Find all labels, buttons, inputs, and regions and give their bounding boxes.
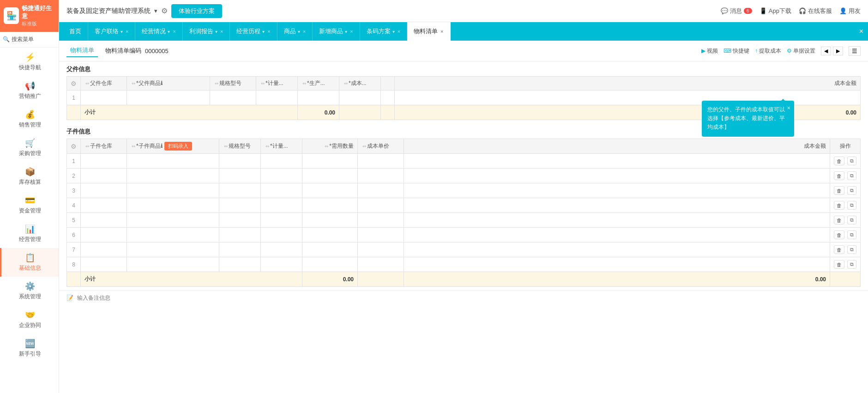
copy-row-btn[interactable]: ⧉: [847, 186, 856, 195]
delete-row-btn[interactable]: 🗑: [834, 157, 844, 165]
child-spec-cell[interactable]: [219, 154, 261, 169]
child-warehouse-cell[interactable]: [81, 198, 127, 213]
tab-new-goods[interactable]: 新增商品 ▾ ×: [313, 22, 360, 41]
tab-bom[interactable]: 物料清单 ×: [407, 22, 450, 41]
delete-row-btn[interactable]: 🗑: [834, 171, 844, 180]
delete-row-btn[interactable]: 🗑: [834, 245, 844, 254]
note-input[interactable]: [77, 295, 262, 301]
sidebar-item-collab[interactable]: 🤝 企业协同: [0, 305, 59, 334]
extract-cost-btn[interactable]: ↑ 提取成本: [755, 47, 781, 55]
child-qty-cell[interactable]: [302, 213, 358, 228]
parent-spec-cell[interactable]: [210, 91, 256, 105]
topbar-dropdown[interactable]: ▾: [154, 7, 157, 14]
child-product-cell[interactable]: [127, 198, 219, 213]
child-qty-cell[interactable]: [302, 183, 358, 198]
sidebar-item-basic[interactable]: 📋 基础信息: [0, 248, 59, 277]
child-cost-amount-cell[interactable]: [404, 228, 830, 242]
child-cost-unit-cell[interactable]: [358, 169, 404, 183]
parent-unit-cell[interactable]: [256, 91, 298, 105]
child-spec-cell[interactable]: [219, 169, 261, 183]
sidebar-item-finance[interactable]: 💳 资金管理: [0, 191, 59, 219]
child-unit-cell[interactable]: [261, 213, 302, 228]
close-icon[interactable]: ×: [303, 29, 306, 34]
close-icon[interactable]: ×: [220, 29, 223, 34]
message-btn[interactable]: 💬 消息 6: [721, 7, 752, 15]
sidebar-item-quicknav[interactable]: ⚡ 快捷导航: [0, 48, 59, 76]
close-icon[interactable]: ×: [267, 29, 270, 34]
close-icon[interactable]: ×: [350, 29, 353, 34]
child-cost-unit-cell[interactable]: [358, 198, 404, 213]
child-qty-cell[interactable]: [302, 169, 358, 183]
parent-cost-cell[interactable]: [339, 91, 381, 105]
child-cost-amount-cell[interactable]: [404, 242, 830, 257]
child-product-cell[interactable]: [127, 228, 219, 242]
tooltip-close-btn[interactable]: ×: [787, 103, 790, 113]
tab-history[interactable]: 经营历程 ▾ ×: [230, 22, 277, 41]
tab-barcode[interactable]: 条码方案 ▾ ×: [360, 22, 407, 41]
list-view-btn[interactable]: ☰: [849, 46, 861, 56]
child-qty-cell[interactable]: [302, 228, 358, 242]
child-warehouse-cell[interactable]: [81, 228, 127, 242]
child-cost-unit-cell[interactable]: [358, 228, 404, 242]
child-qty-cell[interactable]: [302, 154, 358, 169]
sidebar-item-purchase[interactable]: 🛒 采购管理: [0, 133, 59, 162]
tab-customer[interactable]: 客户联络 ▾ ×: [88, 22, 135, 41]
child-cost-amount-cell[interactable]: [404, 169, 830, 183]
child-unit-cell[interactable]: [261, 228, 302, 242]
parent-warehouse-cell[interactable]: [81, 91, 127, 105]
sidebar-item-system[interactable]: ⚙️ 系统管理: [0, 277, 59, 305]
tab-goods[interactable]: 商品 ▾ ×: [277, 22, 313, 41]
close-icon[interactable]: ×: [440, 29, 443, 34]
sidebar-item-operation[interactable]: 📊 经营管理: [0, 219, 59, 248]
child-cost-unit-cell[interactable]: [358, 213, 404, 228]
delete-row-btn[interactable]: 🗑: [834, 260, 844, 269]
child-unit-cell[interactable]: [261, 257, 302, 272]
child-cost-unit-cell[interactable]: [358, 183, 404, 198]
single-settings-btn[interactable]: ⚙ 单据设置: [787, 47, 815, 55]
child-product-cell[interactable]: [127, 257, 219, 272]
sidebar-item-guide[interactable]: 🆕 新手引导: [0, 334, 59, 363]
child-cost-unit-cell[interactable]: [358, 242, 404, 257]
child-unit-cell[interactable]: [261, 169, 302, 183]
tab-home[interactable]: 首页: [63, 22, 88, 41]
settings-col-icon[interactable]: ⚙: [71, 80, 77, 87]
child-warehouse-cell[interactable]: [81, 183, 127, 198]
child-unit-cell[interactable]: [261, 154, 302, 169]
settings-col-icon[interactable]: ⚙: [71, 143, 77, 150]
sub-tab-bom[interactable]: 物料清单: [66, 44, 98, 57]
child-cost-amount-cell[interactable]: [404, 198, 830, 213]
child-spec-cell[interactable]: [219, 183, 261, 198]
child-warehouse-cell[interactable]: [81, 257, 127, 272]
delete-row-btn[interactable]: 🗑: [834, 216, 844, 224]
child-spec-cell[interactable]: [219, 257, 261, 272]
delete-row-btn[interactable]: 🗑: [834, 201, 844, 210]
child-unit-cell[interactable]: [261, 183, 302, 198]
trial-btn[interactable]: 体验行业方案: [171, 4, 222, 18]
scan-btn[interactable]: 扫码录入: [164, 142, 192, 151]
parent-produce-cell[interactable]: [298, 91, 339, 105]
sidebar-item-sales[interactable]: 💰 销售管理: [0, 105, 59, 133]
child-product-cell[interactable]: [127, 169, 219, 183]
child-spec-cell[interactable]: [219, 198, 261, 213]
tab-operation-status[interactable]: 经营情况 ▾ ×: [135, 22, 182, 41]
copy-row-btn[interactable]: ⧉: [847, 157, 856, 165]
child-unit-cell[interactable]: [261, 198, 302, 213]
parent-product-cell[interactable]: [127, 91, 210, 105]
copy-row-btn[interactable]: ⧉: [847, 260, 856, 269]
child-product-cell[interactable]: [127, 183, 219, 198]
child-warehouse-cell[interactable]: [81, 154, 127, 169]
sidebar-search[interactable]: 🔍 搜索菜单: [0, 32, 59, 48]
child-warehouse-cell[interactable]: [81, 242, 127, 257]
child-product-cell[interactable]: [127, 154, 219, 169]
child-warehouse-cell[interactable]: [81, 213, 127, 228]
close-icon[interactable]: ×: [126, 29, 128, 34]
online-service-btn[interactable]: 🎧 在线客服: [799, 7, 832, 15]
child-cost-unit-cell[interactable]: [358, 154, 404, 169]
child-qty-cell[interactable]: [302, 198, 358, 213]
close-icon[interactable]: ×: [398, 29, 400, 34]
child-spec-cell[interactable]: [219, 242, 261, 257]
sidebar-item-inventory[interactable]: 📦 库存核算: [0, 162, 59, 191]
close-icon[interactable]: ×: [173, 29, 175, 34]
copy-row-btn[interactable]: ⧉: [847, 230, 856, 239]
child-cost-amount-cell[interactable]: [404, 183, 830, 198]
